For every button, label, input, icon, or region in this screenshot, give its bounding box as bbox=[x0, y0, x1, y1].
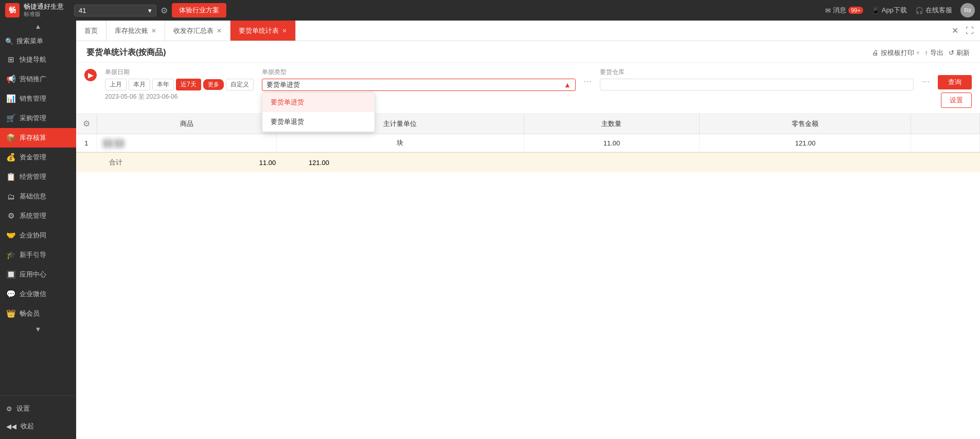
sidebar-scroll-up[interactable]: ▲ bbox=[0, 21, 76, 32]
sidebar-item-wechat[interactable]: 💬 企业微信 bbox=[0, 284, 76, 304]
app-info: 畅捷通好生意 标准版 bbox=[24, 3, 64, 19]
sidebar-item-member[interactable]: 👑 畅会员 bbox=[0, 304, 76, 323]
footer-label: 合计 bbox=[103, 158, 129, 167]
sidebar: ▲ 🔍 搜索菜单 ⊞ 快捷导航 📢 营销推广 📊 销售管理 🛒 采购管理 📦 库… bbox=[0, 21, 76, 439]
sidebar-icon-purchase: 🛒 bbox=[6, 114, 15, 123]
warehouse-filter-input[interactable] bbox=[600, 79, 914, 90]
sidebar-icon-app-center: 🔲 bbox=[6, 270, 15, 279]
tab-expand-button[interactable]: ⛶ bbox=[964, 24, 976, 38]
top-bar-right: ✉ 消息 99+ 📱 App下载 🎧 在线客服 Rit bbox=[825, 3, 975, 17]
product-column-header: 商品 bbox=[97, 114, 277, 134]
sidebar-settings[interactable]: ⚙ 设置 bbox=[0, 400, 76, 417]
sidebar-icon-operations: 📋 bbox=[6, 172, 15, 181]
tab-bar: 首页库存批次账✕收发存汇总表✕要货单统计表✕ ✕ ⛶ bbox=[76, 21, 980, 41]
prev-month-button[interactable]: 上月 bbox=[105, 79, 127, 90]
sidebar-label-inventory: 库存核算 bbox=[20, 133, 46, 142]
export-icon: ↑ bbox=[925, 49, 929, 57]
top-bar-center: 41 ▾ ⚙ 体验行业方案 bbox=[74, 3, 825, 17]
tab-home[interactable]: 首页 bbox=[76, 21, 106, 41]
dropdown-item-jinghuo[interactable]: 要货单进货 bbox=[262, 93, 375, 112]
data-table: ⚙ 商品 主计量单位 主数量 零售金额 bbox=[76, 114, 980, 152]
refresh-button[interactable]: ↺ 刷新 bbox=[949, 48, 970, 58]
sidebar-item-marketing[interactable]: 📢 营销推广 bbox=[0, 69, 76, 89]
tab-close-all-button[interactable]: ✕ bbox=[950, 24, 960, 38]
type-filter-arrow-icon[interactable]: ▲ bbox=[564, 81, 571, 89]
messages-item[interactable]: ✉ 消息 99+ bbox=[825, 6, 863, 15]
sidebar-icon-quick-nav: ⊞ bbox=[6, 55, 15, 64]
main-layout: ▲ 🔍 搜索菜单 ⊞ 快捷导航 📢 营销推广 📊 销售管理 🛒 采购管理 📦 库… bbox=[0, 21, 980, 439]
sidebar-icon-finance: 💰 bbox=[6, 153, 15, 162]
tab-close-order-summary[interactable]: ✕ bbox=[282, 27, 287, 34]
warehouse-filter-group: 要货仓库 bbox=[600, 68, 914, 90]
sidebar-search[interactable]: 🔍 搜索菜单 bbox=[0, 32, 76, 50]
export-button[interactable]: ↑ 导出 bbox=[925, 48, 944, 58]
tab-inventory-batch[interactable]: 库存批次账✕ bbox=[106, 21, 165, 41]
print-button[interactable]: 🖨 按模板打印 ▾ bbox=[872, 48, 920, 58]
type-filter-input[interactable] bbox=[266, 81, 561, 89]
sidebar-collapse[interactable]: ◀◀ 收起 bbox=[0, 417, 76, 435]
tab-items: 首页库存批次账✕收发存汇总表✕要货单统计表✕ bbox=[76, 21, 296, 41]
search-icon: 🔍 bbox=[5, 38, 13, 45]
warehouse-filter-label: 要货仓库 bbox=[600, 68, 914, 77]
sidebar-item-inventory[interactable]: 📦 库存核算 bbox=[0, 128, 76, 148]
tab-label-receivable-summary: 收发存汇总表 bbox=[173, 26, 213, 35]
page-title: 要货单统计表(按商品) bbox=[86, 47, 166, 58]
gear-icon: ⚙ bbox=[6, 405, 12, 413]
sidebar-item-quick-nav[interactable]: ⊞ 快捷导航 bbox=[0, 50, 76, 69]
page-content: 要货单统计表(按商品) 🖨 按模板打印 ▾ ↑ 导出 ↺ bbox=[76, 41, 980, 439]
sidebar-item-basic-info[interactable]: 🗂 基础信息 bbox=[0, 187, 76, 206]
online-service-item[interactable]: 🎧 在线客服 bbox=[915, 6, 952, 15]
query-button[interactable]: 查询 bbox=[938, 75, 972, 89]
sidebar-items: ⊞ 快捷导航 📢 营销推广 📊 销售管理 🛒 采购管理 📦 库存核算 💰 资金管… bbox=[0, 50, 76, 323]
this-month-button[interactable]: 本月 bbox=[129, 79, 150, 90]
sidebar-item-app-center[interactable]: 🔲 应用中心 bbox=[0, 265, 76, 284]
more-dates-button[interactable]: 更多 bbox=[203, 79, 224, 90]
sidebar-item-purchase[interactable]: 🛒 采购管理 bbox=[0, 108, 76, 128]
filter-expand-button[interactable]: ▶ bbox=[84, 69, 97, 81]
sidebar-scroll-down[interactable]: ▼ bbox=[0, 323, 76, 335]
tab-receivable-summary[interactable]: 收发存汇总表✕ bbox=[165, 21, 230, 41]
company-select[interactable]: 41 ▾ bbox=[74, 5, 156, 16]
topbar-settings-icon[interactable]: ⚙ bbox=[161, 6, 168, 15]
sidebar-label-app-center: 应用中心 bbox=[20, 270, 46, 279]
filter-more-icon[interactable]: ··· bbox=[584, 76, 592, 87]
sidebar-label-finance: 资金管理 bbox=[20, 153, 46, 162]
tab-order-summary[interactable]: 要货单统计表✕ bbox=[230, 21, 296, 41]
filter-bar: ▶ 单据日期 上月 本月 本年 近7天 更多 自定义 bbox=[76, 63, 980, 114]
user-avatar[interactable]: Rit bbox=[960, 3, 975, 17]
warehouse-more-icon[interactable]: ··· bbox=[922, 76, 930, 87]
column-settings-button[interactable]: ⚙ bbox=[83, 119, 90, 129]
app-container: 畅 畅捷通好生意 标准版 41 ▾ ⚙ 体验行业方案 ✉ 消息 99+ 📱 A bbox=[0, 0, 980, 439]
date-range-text: 2023-05-06 至 2023-06-06 bbox=[105, 93, 254, 101]
custom-date-button[interactable]: 自定义 bbox=[226, 79, 254, 90]
sidebar-item-sales[interactable]: 📊 销售管理 bbox=[0, 89, 76, 108]
sidebar-icon-sales: 📊 bbox=[6, 94, 15, 103]
sidebar-item-enterprise[interactable]: 🤝 企业协同 bbox=[0, 226, 76, 245]
sidebar-label-operations: 经营管理 bbox=[20, 172, 46, 181]
tab-close-inventory-batch[interactable]: ✕ bbox=[151, 27, 156, 34]
dropdown-item-tuihuo[interactable]: 要货单退货 bbox=[262, 112, 375, 132]
table-container: ⚙ 商品 主计量单位 主数量 零售金额 bbox=[76, 114, 980, 152]
filter-settings-button[interactable]: 设置 bbox=[941, 93, 972, 108]
sidebar-icon-wechat: 💬 bbox=[6, 289, 15, 299]
top-bar-left: 畅 畅捷通好生意 标准版 bbox=[5, 3, 64, 19]
sidebar-bottom: ⚙ 设置 ◀◀ 收起 bbox=[0, 395, 76, 439]
sidebar-item-finance[interactable]: 💰 资金管理 bbox=[0, 148, 76, 167]
type-dropdown-menu: 要货单进货 要货单退货 bbox=[262, 92, 375, 132]
sidebar-item-newbie[interactable]: 🎓 新手引导 bbox=[0, 245, 76, 265]
sidebar-item-system[interactable]: ⚙ 系统管理 bbox=[0, 206, 76, 226]
tab-close-receivable-summary[interactable]: ✕ bbox=[217, 27, 222, 34]
type-filter-select[interactable]: ▲ bbox=[262, 79, 576, 91]
sidebar-item-operations[interactable]: 📋 经营管理 bbox=[0, 167, 76, 187]
date-filter-label: 单据日期 bbox=[105, 68, 254, 77]
this-year-button[interactable]: 本年 bbox=[152, 79, 174, 90]
print-icon: 🖨 bbox=[872, 49, 879, 57]
sidebar-label-member: 畅会员 bbox=[20, 309, 40, 318]
row-extra-0 bbox=[911, 134, 980, 152]
trial-button[interactable]: 体验行业方案 bbox=[172, 3, 226, 17]
app-download-item[interactable]: 📱 App下载 bbox=[871, 6, 907, 15]
table-footer: 合计 11.00 121.00 bbox=[76, 152, 980, 172]
last-7-days-button[interactable]: 近7天 bbox=[176, 79, 201, 90]
page-header: 要货单统计表(按商品) 🖨 按模板打印 ▾ ↑ 导出 ↺ bbox=[76, 41, 980, 63]
logo-icon: 畅 bbox=[5, 3, 20, 17]
